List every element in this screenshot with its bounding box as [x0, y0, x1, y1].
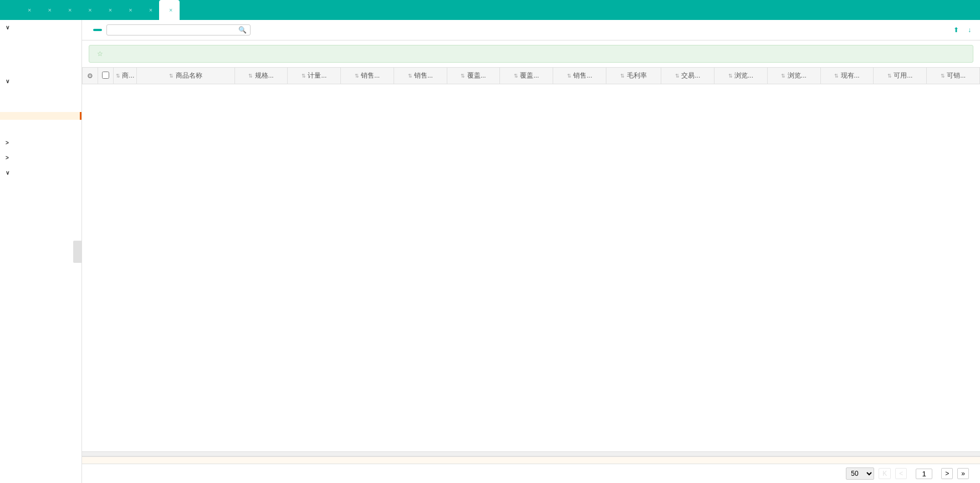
pagination-bar: 10 20 50 100 K < > »: [82, 464, 980, 483]
nav-close-icon[interactable]: ×: [28, 7, 31, 13]
nav-item-sales[interactable]: ×: [18, 0, 38, 20]
sidebar-section-growth[interactable]: >: [0, 150, 81, 165]
nav-close-icon[interactable]: ×: [48, 7, 51, 13]
sidebar-item-high-margin[interactable]: [0, 120, 81, 128]
chevron-down-icon: ∨: [6, 78, 9, 84]
nav-close-icon[interactable]: ×: [169, 7, 172, 13]
search-input[interactable]: [110, 26, 236, 34]
col-browse1-header: ⇅ 浏览...: [714, 68, 768, 84]
sidebar-item-high-coverage[interactable]: [0, 104, 81, 112]
sidebar-item-low-margin[interactable]: [0, 128, 81, 135]
sidebar-item-low-coverage[interactable]: [0, 112, 81, 120]
sidebar-item-all-goods[interactable]: [0, 180, 81, 188]
sidebar-item-low-value[interactable]: [0, 96, 81, 104]
col-stock1-header: ⇅ 现有...: [820, 68, 874, 84]
search-icon: 🔍: [238, 26, 247, 34]
col-browse2-header: ⇅ 浏览...: [767, 68, 820, 84]
sidebar-item-sales-goods[interactable]: [0, 35, 81, 43]
page-input[interactable]: [916, 469, 932, 479]
nav-item-permissions[interactable]: ×: [58, 0, 78, 20]
nav-item-purchase[interactable]: ×: [38, 0, 58, 20]
horizontal-scrollbar[interactable]: [82, 451, 980, 456]
per-page-select[interactable]: 10 20 50 100: [846, 467, 874, 480]
sidebar-item-traded-goods[interactable]: [0, 43, 81, 50]
col-sales1-header: ⇅ 销售...: [341, 68, 394, 84]
nav-close-icon[interactable]: ×: [68, 7, 72, 13]
sidebar-item-new-goods[interactable]: [0, 188, 81, 196]
nav-close-icon[interactable]: ×: [88, 7, 91, 13]
info-icon: ☆: [97, 50, 103, 58]
info-banner: ☆: [89, 45, 973, 63]
col-checkbox-header[interactable]: [98, 68, 114, 84]
col-sales3-header: ⇅ 销售...: [553, 68, 606, 84]
chevron-down-icon: ∨: [6, 24, 9, 30]
col-coverage1-header: ⇅ 覆盖...: [447, 68, 500, 84]
col-margin-header: ⇅ 毛利率: [606, 68, 661, 84]
content-header: 🔍 ⬆ ↓: [82, 20, 980, 40]
nav-item-analysis[interactable]: ×: [139, 0, 159, 20]
share-button[interactable]: ⬆: [953, 26, 961, 34]
sidebar-section-overall[interactable]: ∨: [0, 20, 81, 35]
first-page-button[interactable]: K: [879, 468, 891, 479]
sidebar: ∨ ∨ >: [0, 20, 82, 483]
last-page-button[interactable]: »: [957, 468, 969, 479]
col-name-header: ⇅ 商品名称: [137, 68, 234, 84]
nav-item-roles[interactable]: ×: [78, 0, 98, 20]
top-nav: × × × × × × × ×: [0, 0, 980, 20]
sidebar-item-stock-capital[interactable]: [0, 66, 81, 74]
chevron-right-icon: >: [6, 155, 9, 161]
data-table: ⚙ ⇅ 商... ⇅ 商品名称 ⇅ 规格... ⇅ 计量... ⇅ 销售... …: [82, 67, 980, 84]
sidebar-collapse-button[interactable]: [73, 241, 82, 263]
chevron-right-icon: >: [6, 140, 9, 146]
select-all-checkbox[interactable]: [102, 72, 109, 79]
col-no-header: ⇅ 商...: [114, 68, 137, 84]
col-stock2-header: ⇅ 可用...: [874, 68, 927, 84]
nav-close-icon[interactable]: ×: [149, 7, 152, 13]
nav-item-template[interactable]: ×: [119, 0, 139, 20]
col-settings-header[interactable]: ⚙: [83, 68, 98, 84]
nav-close-icon[interactable]: ×: [109, 7, 112, 13]
gear-icon[interactable]: ⚙: [87, 72, 93, 80]
col-coverage2-header: ⇅ 覆盖...: [500, 68, 553, 84]
sidebar-section-liquidity[interactable]: >: [0, 135, 81, 150]
sidebar-section-marketing[interactable]: ∨: [0, 165, 81, 180]
chevron-down-icon: ∨: [6, 170, 9, 176]
sidebar-item-high-value[interactable]: [0, 89, 81, 96]
col-sales2-header: ⇅ 销售...: [394, 68, 447, 84]
col-stock3-header: ⇅ 可销...: [927, 68, 980, 84]
table-footer: [82, 456, 980, 464]
export-button[interactable]: ↓: [968, 26, 973, 34]
nav-item-inventory[interactable]: ×: [99, 0, 119, 20]
next-page-button[interactable]: >: [941, 468, 953, 479]
nav-item-analysis-list[interactable]: ×: [159, 0, 179, 20]
col-spec-header: ⇅ 规格...: [234, 68, 288, 84]
table-wrapper: ⚙ ⇅ 商... ⇅ 商品名称 ⇅ 规格... ⇅ 计量... ⇅ 销售... …: [82, 67, 980, 451]
col-unit-header: ⇅ 计量...: [288, 68, 341, 84]
sidebar-section-cluster[interactable]: ∨: [0, 74, 81, 89]
share-icon: ⬆: [953, 26, 959, 34]
nav-close-icon[interactable]: ×: [129, 7, 132, 13]
sidebar-item-category-rate[interactable]: [0, 50, 81, 58]
search-box: 🔍: [106, 24, 251, 35]
time-filter-button[interactable]: [93, 29, 102, 31]
col-trade-header: ⇅ 交易...: [661, 68, 714, 84]
prev-page-button[interactable]: <: [895, 468, 907, 479]
sidebar-item-stocked-goods[interactable]: [0, 58, 81, 66]
export-icon: ↓: [968, 26, 971, 34]
nav-item-home[interactable]: [4, 0, 18, 20]
